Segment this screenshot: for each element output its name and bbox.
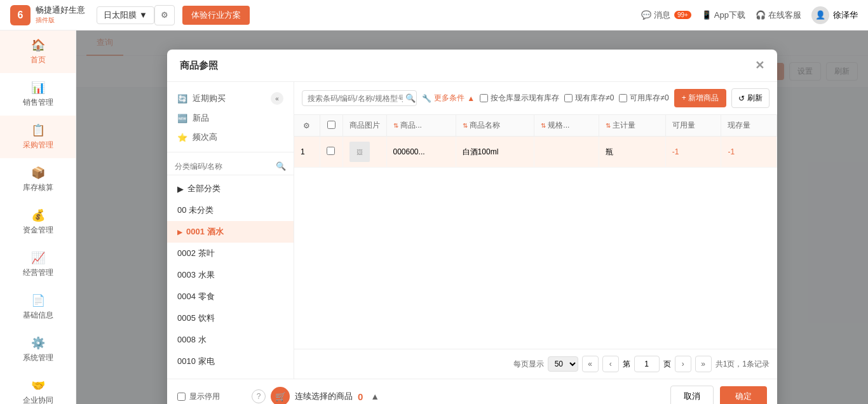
sidebar-item-system[interactable]: ⚙️ 系统管理 <box>0 328 76 371</box>
chevron-up-icon: ▲ <box>467 94 475 103</box>
col-spec[interactable]: ⇅ 规格... <box>534 115 599 137</box>
search-submit-icon[interactable]: 🔍 <box>405 93 416 103</box>
operations-icon: 📈 <box>31 251 45 265</box>
store-name: 日太阳膜 <box>104 10 137 21</box>
message-badge: 99+ <box>674 11 691 19</box>
settings-button[interactable]: ⚙ <box>154 5 175 25</box>
product-table-container: ⚙ 商品图片 ⇅ 商品... <box>294 115 777 349</box>
sort-icon3: ⇅ <box>541 122 546 129</box>
modal-close-button[interactable]: ✕ <box>755 58 764 72</box>
frequent-item[interactable]: ⭐ 频次高 <box>167 128 294 147</box>
star-icon: ⭐ <box>177 133 187 142</box>
category-all[interactable]: ▶ 全部分类 <box>167 178 294 199</box>
store-selector[interactable]: 日太阳膜 ▼ <box>97 6 154 24</box>
category-0008[interactable]: 0008 水 <box>167 329 294 351</box>
row-image: 🖼 <box>342 137 386 168</box>
product-search-input[interactable] <box>308 94 403 103</box>
row-checkbox[interactable] <box>320 137 342 168</box>
category-0001[interactable]: ▶ 0001 酒水 <box>167 221 294 243</box>
first-page-button[interactable]: « <box>582 356 599 372</box>
new-items-item[interactable]: 🆕 新品 <box>167 109 294 128</box>
category-0004[interactable]: 0004 零食 <box>167 286 294 307</box>
category-search-input[interactable] <box>175 162 273 171</box>
category-00[interactable]: 00 未分类 <box>167 199 294 221</box>
sidebar-label-operations: 经营管理 <box>23 267 53 278</box>
show-disabled-checkbox[interactable]: 显示停用 <box>177 391 220 402</box>
per-page-select[interactable]: 50 <box>548 356 578 372</box>
sidebar-label-basic-info: 基础信息 <box>23 310 53 321</box>
avatar: 👤 <box>811 6 829 24</box>
category-0010[interactable]: 0010 家电 <box>167 351 294 372</box>
sales-icon: 📊 <box>31 81 45 95</box>
mobile-icon: 📱 <box>702 10 712 20</box>
experience-button[interactable]: 体验行业方案 <box>182 6 250 25</box>
sidebar: 🏠 首页 📊 销售管理 📋 采购管理 📦 库存核算 💰 资金管理 📈 经营管理 … <box>0 30 76 404</box>
purchase-icon: 📋 <box>31 123 45 137</box>
recent-icon: 🔄 <box>177 94 187 104</box>
logo-text: 畅捷通好生意 <box>36 5 85 16</box>
row-spec <box>534 137 599 168</box>
sidebar-label-home: 首页 <box>31 55 46 65</box>
sidebar-item-enterprise[interactable]: 🤝 企业协同 <box>0 371 76 404</box>
sidebar-item-inventory[interactable]: 📦 库存核算 <box>0 158 76 201</box>
right-panel: 🔍 🔧 更多条件 ▲ 按仓库显示现有库存 现有库存≠0 <box>294 82 777 379</box>
sidebar-item-operations[interactable]: 📈 经营管理 <box>0 243 76 286</box>
cart-label: 连续选择的商品 <box>295 391 353 402</box>
category-0005[interactable]: 0005 饮料 <box>167 307 294 329</box>
pagination: 每页显示 50 « ‹ 第 页 › » 共1页，1条记录 <box>294 349 777 379</box>
sidebar-label-inventory: 库存核算 <box>23 182 53 193</box>
usable-stock-checkbox[interactable]: 可用库存≠0 <box>619 93 668 104</box>
sidebar-item-home[interactable]: 🏠 首页 <box>0 30 76 73</box>
filter-button[interactable]: 🔧 更多条件 ▲ <box>422 93 475 104</box>
col-product-code[interactable]: ⇅ 商品... <box>386 115 456 137</box>
sidebar-label-enterprise: 企业协同 <box>23 395 53 404</box>
sidebar-label-purchase: 采购管理 <box>23 140 53 151</box>
category-list: ▶ 全部分类 00 未分类 ▶ 0001 酒水 0002 茶叶 0003 水果 <box>167 178 294 372</box>
collapse-left-button[interactable]: « <box>271 92 283 105</box>
select-all-checkbox[interactable] <box>327 121 336 129</box>
page-number-input[interactable] <box>634 356 660 372</box>
row-unit: 瓶 <box>599 137 665 168</box>
warehouse-display-checkbox[interactable]: 按仓库显示现有库存 <box>480 93 559 104</box>
table-row[interactable]: 1 🖼 000600... 白酒100ml 瓶 <box>294 137 777 168</box>
cancel-button[interactable]: 取消 <box>670 386 714 404</box>
app-download-button[interactable]: 📱 App下载 <box>702 10 745 21</box>
logo-area: 6 畅捷通好生意 插件版 <box>10 5 86 25</box>
refresh-button[interactable]: ↺ 刷新 <box>731 88 770 108</box>
sidebar-item-purchase[interactable]: 📋 采购管理 <box>0 116 76 158</box>
row-index: 1 <box>294 137 320 168</box>
sidebar-item-finance[interactable]: 💰 资金管理 <box>0 201 76 243</box>
recent-buy-item[interactable]: 🔄 近期购买 « <box>167 88 294 109</box>
sidebar-item-sales[interactable]: 📊 销售管理 <box>0 73 76 116</box>
category-0002[interactable]: 0002 茶叶 <box>167 243 294 264</box>
top-nav: 6 畅捷通好生意 插件版 日太阳膜 ▼ ⚙ 体验行业方案 💬 消息 99+ 📱 … <box>0 0 868 30</box>
logo-sub: 插件版 <box>36 16 85 25</box>
available-stock-checkbox[interactable]: 现有库存≠0 <box>564 93 614 104</box>
sidebar-item-basic-info[interactable]: 📄 基础信息 <box>0 286 76 328</box>
user-area[interactable]: 👤 徐泽华 <box>811 6 858 24</box>
logo-icon: 6 <box>10 5 31 25</box>
cart-icon[interactable]: 🛒 <box>271 387 290 404</box>
total-info: 共1页，1条记录 <box>715 359 770 370</box>
help-icon[interactable]: ? <box>252 389 266 403</box>
confirm-button[interactable]: 确定 <box>720 386 767 404</box>
category-0003[interactable]: 0003 水果 <box>167 264 294 286</box>
col-image: 商品图片 <box>342 115 386 137</box>
sort-icon4: ⇅ <box>606 122 611 129</box>
prev-page-button[interactable]: ‹ <box>602 356 619 372</box>
online-service-button[interactable]: 🎧 在线客服 <box>756 10 801 21</box>
headset-icon: 🎧 <box>756 10 766 20</box>
sidebar-label-sales: 销售管理 <box>23 97 53 108</box>
messages-button[interactable]: 💬 消息 99+ <box>641 10 691 21</box>
col-product-name[interactable]: ⇅ 商品名称 <box>456 115 534 137</box>
col-unit[interactable]: ⇅ 主计量 <box>599 115 665 137</box>
basic-info-icon: 📄 <box>31 293 45 307</box>
row-stock: -1 <box>721 137 777 168</box>
add-product-button[interactable]: + 新增商品 <box>674 89 726 107</box>
col-settings[interactable]: ⚙ <box>294 115 320 137</box>
collapse-cart-button[interactable]: ▲ <box>370 391 379 401</box>
last-page-button[interactable]: » <box>695 356 712 372</box>
sort-icon2: ⇅ <box>463 122 468 129</box>
next-page-button[interactable]: › <box>675 356 691 372</box>
selected-count: 0 <box>358 391 363 402</box>
